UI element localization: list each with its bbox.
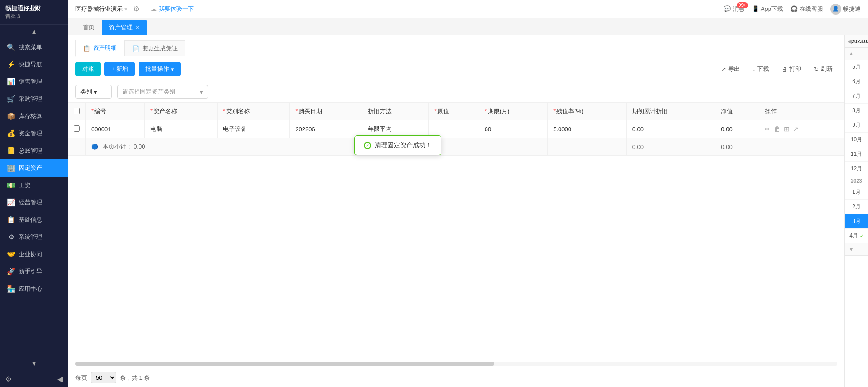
message-badge[interactable]: 💬 消息 99+ <box>724 5 744 13</box>
new-label: + 新增 <box>111 65 128 73</box>
cell-action: ✏ 🗑 ⊞ ↗ <box>759 120 844 138</box>
batch-button[interactable]: 批量操作 ▾ <box>139 62 181 76</box>
required-star: * <box>91 108 94 114</box>
category-value-select[interactable]: 请选择固定资产类别 ▾ <box>117 85 208 99</box>
sidebar-item-label: 库存核算 <box>19 112 42 120</box>
message-icon: 💬 <box>724 5 731 12</box>
month-3-current[interactable]: 3月 <box>845 214 868 229</box>
salary-icon: 💵 <box>7 181 15 189</box>
company-title: 医疗器械行业演示 ▾ <box>75 5 128 13</box>
month-5[interactable]: 5月 <box>845 60 868 74</box>
sidebar-item-collab[interactable]: 🤝 企业协同 <box>0 246 68 263</box>
sidebar-scroll-up[interactable]: ▲ <box>0 26 68 37</box>
year-up-icon[interactable]: ▲ <box>847 50 856 58</box>
sidebar-item-inventory[interactable]: 📦 库存核算 <box>0 108 68 125</box>
tab-home[interactable]: 首页 <box>75 20 102 35</box>
year-down-icon[interactable]: ▼ <box>847 245 856 253</box>
export-button[interactable]: ↗ 导出 <box>717 62 744 76</box>
month-9[interactable]: 9月 <box>845 118 868 133</box>
month-7[interactable]: 7月 <box>845 89 868 104</box>
delete-icon[interactable]: 🗑 <box>774 125 780 133</box>
sidebar-scroll-down[interactable]: ▼ <box>0 358 68 369</box>
service-label: 在线客服 <box>799 5 823 13</box>
refresh-button[interactable]: ↻ 刷新 <box>809 62 837 76</box>
phone-icon: 📱 <box>752 5 759 12</box>
print-button[interactable]: 🖨 打印 <box>777 62 806 76</box>
download-button[interactable]: ↓ 下载 <box>748 62 774 76</box>
customer-service-btn[interactable]: 🎧 在线客服 <box>790 5 823 13</box>
sidebar-item-basic-info[interactable]: 📋 基础信息 <box>0 211 68 228</box>
month-11[interactable]: 11月 <box>845 147 868 162</box>
month-8[interactable]: 8月 <box>845 104 868 118</box>
sidebar-item-search[interactable]: 🔍 搜索菜单 <box>0 39 68 56</box>
right-panel-header: ◀ 2023.03 <box>845 35 868 48</box>
experience-text[interactable]: 我要体验一下 <box>159 5 194 13</box>
sidebar-bottom: ⚙ ◀ <box>0 371 68 387</box>
app-download-btn[interactable]: 📱 App下载 <box>752 5 783 13</box>
success-toast: ✓ 清理固定资产成功！ <box>354 135 441 155</box>
new-button[interactable]: + 新增 <box>104 62 135 76</box>
col-period: *期限(月) <box>479 103 548 120</box>
settings-gear-icon[interactable]: ⚙ <box>133 5 139 13</box>
asset-table: *编号 *资产名称 *类别名称 *购买日期 折旧方法 <box>68 103 844 156</box>
month-6[interactable]: 6月 <box>845 74 868 89</box>
required-star: * <box>553 108 556 114</box>
sidebar-item-label: 经营管理 <box>19 198 42 207</box>
month-10[interactable]: 10月 <box>845 133 868 147</box>
sidebar-item-label: 固定资产 <box>19 164 42 172</box>
scrollbar-thumb[interactable] <box>75 362 494 366</box>
collapse-sidebar-icon[interactable]: ◀ <box>57 375 63 383</box>
category-label: 类别 <box>80 88 92 96</box>
reconcile-button[interactable]: 对账 <box>75 62 101 76</box>
year-nav-down: ▼ <box>845 243 868 256</box>
sidebar-item-system[interactable]: ⚙ 系统管理 <box>0 228 68 246</box>
sidebar-item-ledger[interactable]: 📒 总账管理 <box>0 142 68 159</box>
copy-icon[interactable]: ⊞ <box>784 125 789 133</box>
col-net-value: 净值 <box>715 103 759 120</box>
more-icon[interactable]: ↗ <box>793 125 799 133</box>
refresh-label: 刷新 <box>821 65 833 73</box>
sidebar-item-guide[interactable]: 🚀 新手引导 <box>0 263 68 280</box>
operation-icon: 📈 <box>7 198 15 207</box>
settings-icon[interactable]: ⚙ <box>5 375 12 383</box>
month-4[interactable]: 4月 ✓ <box>845 229 868 243</box>
export-label: 导出 <box>728 65 740 73</box>
sidebar-item-sales[interactable]: 📊 销售管理 <box>0 73 68 90</box>
horizontal-scrollbar[interactable] <box>75 362 837 366</box>
ledger-icon: 📒 <box>7 147 15 155</box>
sub-tabs: 📋 资产明细 📄 变更生成凭证 <box>68 35 844 57</box>
row-checkbox[interactable] <box>74 125 80 132</box>
tab-asset-management[interactable]: 资产管理 ✕ <box>102 20 147 35</box>
refresh-icon: ↻ <box>814 66 819 73</box>
sub-tab-asset-detail[interactable]: 📋 资产明细 <box>75 40 124 57</box>
subtotal-icon: 🔵 <box>91 144 98 150</box>
sidebar-item-quicknav[interactable]: ⚡ 快捷导航 <box>0 56 68 73</box>
sidebar-item-fixed-assets[interactable]: 🏢 固定资产 <box>0 159 68 177</box>
user-menu[interactable]: 👤 畅捷通 <box>830 4 861 15</box>
sub-tab-voucher[interactable]: 📄 变更生成凭证 <box>124 40 185 56</box>
sidebar-item-app-center[interactable]: 🏪 应用中心 <box>0 280 68 298</box>
cell-code: 000001 <box>86 120 145 138</box>
panel-collapse-icon[interactable]: ◀ <box>848 38 852 45</box>
month-1[interactable]: 1月 <box>845 185 868 200</box>
sidebar-item-salary[interactable]: 💵 工资 <box>0 177 68 194</box>
edit-icon[interactable]: ✏ <box>765 125 770 133</box>
select-all-checkbox[interactable] <box>74 108 80 114</box>
service-icon: 🎧 <box>790 5 798 12</box>
tab-close-icon[interactable]: ✕ <box>135 25 139 30</box>
sidebar-item-finance[interactable]: 💰 资金管理 <box>0 125 68 142</box>
required-star: * <box>223 108 225 114</box>
month-12[interactable]: 12月 <box>845 162 868 176</box>
quicknav-icon: ⚡ <box>7 60 15 69</box>
app-download-label: App下载 <box>761 5 783 13</box>
print-label: 打印 <box>789 65 801 73</box>
sidebar-item-operation[interactable]: 📈 经营管理 <box>0 194 68 211</box>
success-text: 清理固定资产成功！ <box>375 141 432 149</box>
sidebar-item-purchase[interactable]: 🛒 采购管理 <box>0 90 68 108</box>
toolbar: 对账 + 新增 批量操作 ▾ ↗ 导出 ↓ 下载 <box>68 57 844 81</box>
per-page-select[interactable]: 20 50 100 <box>91 372 116 383</box>
category-select[interactable]: 类别 ▾ <box>75 85 112 99</box>
logo-sub: 普及版 <box>5 13 63 20</box>
sidebar-item-label: 搜索菜单 <box>19 43 42 51</box>
month-2[interactable]: 2月 <box>845 200 868 214</box>
